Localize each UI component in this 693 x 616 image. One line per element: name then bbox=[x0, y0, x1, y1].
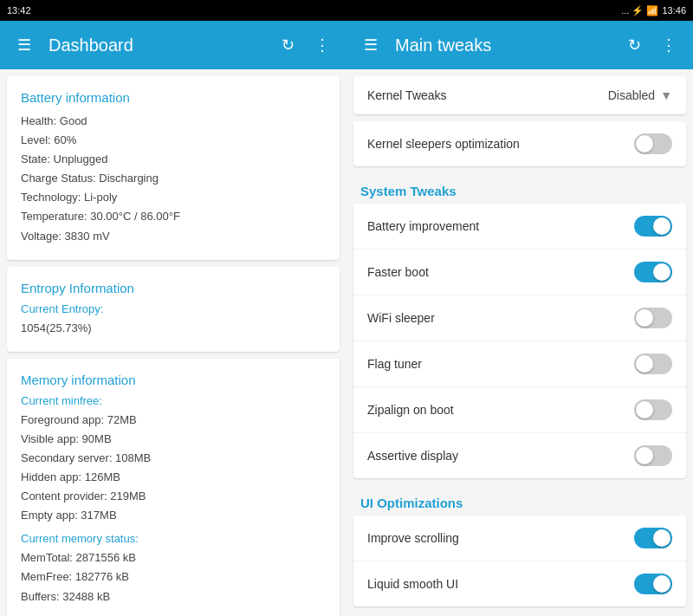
tweaks-title: Main tweaks bbox=[395, 36, 610, 55]
battery-improvement-toggle[interactable] bbox=[634, 216, 672, 237]
battery-improvement-row: Battery improvement bbox=[353, 204, 686, 250]
memory-card: Memory information Current minfree: Fore… bbox=[7, 359, 340, 616]
zipalign-toggle[interactable] bbox=[634, 399, 672, 420]
memory-status-text: MemTotal: 2871556 kB MemFree: 182776 kB … bbox=[21, 548, 326, 606]
tweaks-more-icon[interactable]: ⋮ bbox=[658, 35, 679, 55]
tweaks-content: Kernel Tweaks Disabled ▼ Kernel sleepers… bbox=[346, 69, 693, 616]
battery-info-text: Health: Good Level: 60% State: Unplugged… bbox=[21, 112, 326, 246]
kernel-sleepers-row: Kernel sleepers optimization bbox=[353, 121, 686, 166]
dashboard-content: Battery information Health: Good Level: … bbox=[0, 69, 346, 616]
flag-tuner-toggle[interactable] bbox=[634, 353, 672, 374]
dashboard-menu-icon[interactable]: ☰ bbox=[14, 35, 35, 55]
improve-scrolling-label: Improve scrolling bbox=[367, 531, 459, 545]
faster-boot-label: Faster boot bbox=[367, 265, 429, 279]
entropy-card-title: Entropy Information bbox=[21, 281, 326, 295]
system-tweaks-card: Battery improvement Faster boot WiFi sle… bbox=[353, 204, 686, 478]
flag-tuner-row: Flag tuner bbox=[353, 341, 686, 387]
battery-improvement-label: Battery improvement bbox=[367, 219, 479, 233]
ui-optimizations-card: Improve scrolling Liquid smooth UI bbox=[353, 515, 686, 606]
tweaks-refresh-icon[interactable]: ↻ bbox=[624, 35, 644, 55]
assertive-display-label: Assertive display bbox=[367, 449, 458, 463]
liquid-smooth-toggle[interactable] bbox=[634, 574, 672, 594]
zipalign-label: Zipalign on boot bbox=[367, 403, 454, 417]
ui-optimizations-header: UI Optimizations bbox=[353, 485, 686, 515]
wifi-sleeper-label: WiFi sleeper bbox=[367, 311, 435, 325]
status-time-left: 13:42 bbox=[7, 5, 31, 16]
zipalign-row: Zipalign on boot bbox=[353, 387, 686, 433]
dashboard-panel: ☰ Dashboard ↻ ⋮ Battery information Heal… bbox=[0, 0, 346, 616]
faster-boot-row: Faster boot bbox=[353, 250, 686, 295]
status-icons: ... ⚡ 📶 bbox=[621, 5, 658, 16]
dashboard-more-icon[interactable]: ⋮ bbox=[312, 35, 333, 55]
liquid-smooth-row: Liquid smooth UI bbox=[353, 561, 686, 606]
dashboard-appbar: ☰ Dashboard ↻ ⋮ bbox=[0, 21, 346, 69]
dashboard-title: Dashboard bbox=[49, 36, 263, 55]
dashboard-refresh-icon[interactable]: ↻ bbox=[277, 35, 298, 55]
kernel-sleepers-label: Kernel sleepers optimization bbox=[367, 137, 520, 151]
entropy-value: 1054(25.73%) bbox=[21, 319, 326, 338]
improve-scrolling-toggle[interactable] bbox=[634, 528, 672, 548]
kernel-tweaks-value: Disabled bbox=[608, 88, 655, 102]
assertive-display-row: Assertive display bbox=[353, 433, 686, 478]
assertive-display-toggle[interactable] bbox=[634, 445, 672, 466]
flag-tuner-label: Flag tuner bbox=[367, 357, 422, 371]
memory-minfree-text: Foreground app: 72MB Visible app: 90MB S… bbox=[21, 411, 326, 526]
liquid-smooth-label: Liquid smooth UI bbox=[367, 577, 458, 591]
battery-card-title: Battery information bbox=[21, 90, 326, 105]
kernel-sleepers-toggle[interactable] bbox=[634, 133, 672, 154]
status-bar: 13:42 ... ⚡ 📶 13:46 bbox=[0, 0, 693, 21]
tweaks-appbar: ☰ Main tweaks ↻ ⋮ bbox=[346, 21, 693, 69]
system-tweaks-header: System Tweaks bbox=[353, 173, 686, 204]
tweaks-menu-icon[interactable]: ☰ bbox=[360, 35, 381, 55]
memory-minfree-subtitle: Current minfree: bbox=[21, 394, 326, 407]
main-tweaks-panel: ☰ Main tweaks ↻ ⋮ Kernel Tweaks Disabled… bbox=[346, 0, 693, 616]
entropy-subtitle: Current Entropy: bbox=[21, 302, 326, 315]
improve-scrolling-row: Improve scrolling bbox=[353, 515, 686, 561]
faster-boot-toggle[interactable] bbox=[634, 262, 672, 282]
kernel-tweaks-row: Kernel Tweaks Disabled ▼ bbox=[353, 76, 686, 114]
kernel-tweaks-label: Kernel Tweaks bbox=[367, 88, 447, 102]
memory-card-title: Memory information bbox=[21, 373, 326, 387]
entropy-card: Entropy Information Current Entropy: 105… bbox=[7, 267, 340, 352]
kernel-tweaks-card: Kernel Tweaks Disabled ▼ bbox=[353, 76, 686, 114]
status-time-right: 13:46 bbox=[662, 5, 686, 16]
kernel-sleepers-card: Kernel sleepers optimization bbox=[353, 121, 686, 166]
wifi-sleeper-row: WiFi sleeper bbox=[353, 295, 686, 341]
dropdown-arrow-icon: ▼ bbox=[660, 88, 672, 102]
memory-status-subtitle: Current memory status: bbox=[21, 532, 326, 545]
battery-card: Battery information Health: Good Level: … bbox=[7, 76, 340, 260]
kernel-tweaks-dropdown[interactable]: Disabled ▼ bbox=[608, 88, 672, 102]
wifi-sleeper-toggle[interactable] bbox=[634, 308, 672, 328]
